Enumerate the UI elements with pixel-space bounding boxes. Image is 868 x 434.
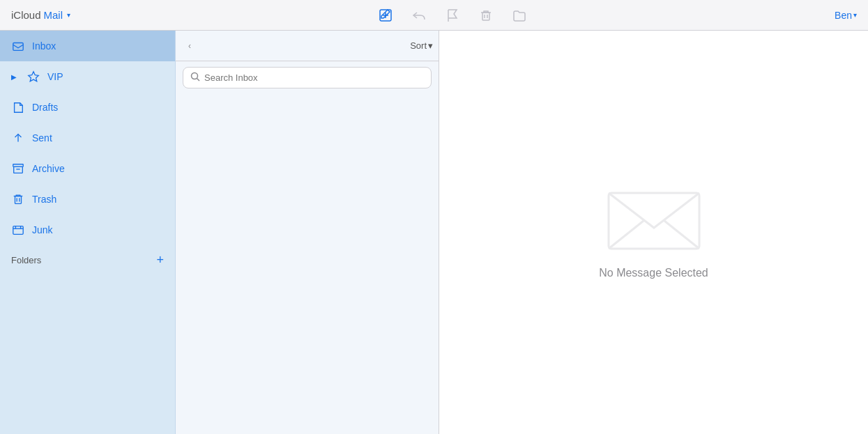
junk-label: Junk (32, 224, 53, 235)
trash-label: Trash (32, 194, 56, 205)
sidebar-item-junk[interactable]: Junk (0, 215, 175, 245)
svg-rect-7 (13, 43, 23, 51)
sidebar-item-vip[interactable]: ▶ VIP (0, 61, 175, 92)
message-preview-panel: No Message Selected (439, 31, 868, 434)
svg-rect-4 (482, 13, 489, 20)
user-chevron-icon[interactable]: ▾ (853, 11, 857, 19)
user-name-label[interactable]: Ben (835, 10, 852, 21)
icloud-label: iCloud (11, 9, 41, 21)
message-list-panel: ‹ Sort ▾ (176, 31, 439, 434)
vip-label: VIP (47, 71, 63, 82)
vip-expand-icon: ▶ (11, 73, 17, 81)
message-list-body (176, 94, 439, 434)
svg-rect-22 (609, 193, 699, 249)
sidebar-item-inbox[interactable]: Inbox (0, 31, 175, 61)
sidebar-item-archive[interactable]: Archive (0, 153, 175, 184)
folders-section-header: Folders + (0, 248, 175, 272)
app-header: iCloud Mail ▾ (0, 0, 868, 31)
sidebar-item-trash[interactable]: Trash (0, 184, 175, 215)
search-icon (190, 72, 200, 84)
sidebar: Inbox ▶ VIP Drafts Sent (0, 31, 176, 434)
archive-icon (11, 162, 25, 176)
reply-button[interactable] (409, 6, 429, 25)
search-bar[interactable] (183, 67, 432, 88)
svg-line-23 (609, 221, 644, 249)
toolbar (376, 6, 529, 25)
svg-rect-11 (14, 166, 23, 173)
no-message-text: No Message Selected (599, 267, 708, 279)
flag-button[interactable] (443, 6, 462, 25)
junk-icon (11, 223, 25, 237)
sent-icon (11, 131, 25, 145)
collapse-sidebar-button[interactable]: ‹ (181, 38, 198, 54)
inbox-icon (11, 39, 25, 53)
svg-line-21 (197, 79, 200, 82)
app-logo-area: iCloud Mail ▾ (11, 9, 70, 21)
folders-label: Folders (11, 255, 41, 265)
search-input[interactable] (204, 72, 424, 83)
sort-button[interactable]: Sort ▾ (410, 40, 433, 51)
drafts-icon (11, 100, 25, 114)
mail-label[interactable]: Mail (44, 9, 63, 21)
inbox-label: Inbox (32, 40, 56, 52)
user-menu[interactable]: Ben ▾ (835, 10, 857, 21)
mail-chevron-icon[interactable]: ▾ (67, 11, 70, 19)
no-message-icon (605, 186, 703, 256)
compose-button[interactable] (376, 6, 395, 25)
svg-line-24 (664, 221, 699, 249)
sidebar-item-drafts[interactable]: Drafts (0, 92, 175, 123)
sidebar-item-sent[interactable]: Sent (0, 123, 175, 153)
star-icon (26, 70, 40, 84)
main-layout: Inbox ▶ VIP Drafts Sent (0, 31, 868, 434)
add-folder-button[interactable]: + (156, 254, 164, 266)
drafts-label: Drafts (32, 102, 58, 113)
svg-point-20 (192, 73, 198, 79)
svg-rect-16 (13, 226, 23, 235)
archive-label: Archive (32, 163, 65, 174)
sent-label: Sent (32, 132, 52, 144)
svg-marker-8 (29, 72, 38, 82)
delete-button[interactable] (476, 6, 496, 25)
svg-rect-13 (15, 196, 22, 204)
sort-chevron-icon: ▾ (428, 40, 433, 51)
message-list-header: ‹ Sort ▾ (176, 31, 439, 61)
sort-label: Sort (410, 40, 427, 51)
trash-icon (11, 192, 25, 206)
move-to-folder-button[interactable] (510, 6, 529, 25)
